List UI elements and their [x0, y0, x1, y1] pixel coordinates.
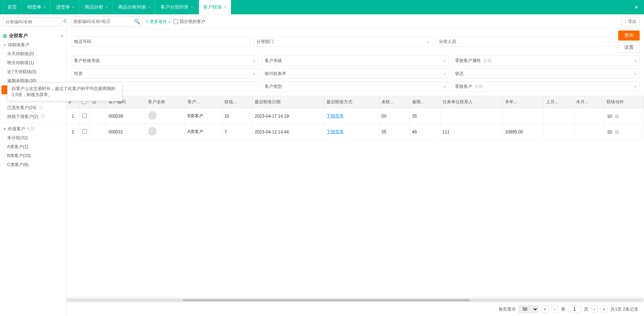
filter-nature[interactable]: 性质 ∨ [71, 69, 259, 79]
chevron-type-icon: ∨ [443, 85, 446, 89]
export-icon: ↑ [624, 19, 626, 24]
info-icon-lost: ⓘ [39, 105, 43, 110]
filter-price-level[interactable]: 客户价格等级 ∨ [71, 56, 259, 66]
close-goods-list-icon[interactable]: × [148, 5, 150, 9]
filter-more-btn[interactable]: ▽ 更多条件 ∧ [145, 19, 171, 25]
sidebar-all-customers-label: 全部客户 [9, 33, 28, 39]
sidebar-item-tomorrow[interactable]: 明天待联络(1) [0, 58, 66, 67]
my-customers-check[interactable] [173, 19, 178, 24]
query-button[interactable]: 查询 [618, 30, 640, 41]
chevron-level-icon: ∨ [443, 59, 446, 63]
filter-dept[interactable]: 分管部门 ∨ [253, 37, 433, 47]
filter-price-level-label: 客户价格等级 [74, 58, 251, 64]
filter-retail-attr[interactable]: 零散客户属性 全部 ∨ [452, 56, 640, 66]
nav-tab-purchase[interactable]: 进货单 × [52, 0, 79, 14]
filter-payment[interactable]: 收付款条件 ∨ [261, 69, 449, 79]
col-last-method: 最后联络方式 [324, 96, 379, 108]
sidebar-group2[interactable]: ▼ 价值客户 ✎ ☑ [0, 124, 66, 133]
filter-status[interactable]: 状态 ∨ [452, 69, 640, 79]
toolbar-search-icon[interactable]: 🔍 [134, 19, 140, 24]
sidebar-item-ungroup[interactable]: 未分组(32) [0, 133, 66, 142]
content-area: 🔍 ▽ 更多条件 ∧ 我分管的客户 ↑ 导出 电话号码 [66, 14, 644, 316]
nav-tab-customer-tier-label: 客户分层经营 [161, 4, 189, 10]
filter-customer-type[interactable]: 客户类型 ∨ [261, 81, 449, 91]
filter-person[interactable]: 分管人员 ··· [436, 37, 615, 47]
first-page-btn[interactable]: « [541, 306, 549, 313]
sidebar-item-c-class[interactable]: C类客户(6) [0, 160, 66, 169]
cell-overdue-0: 35 [409, 108, 440, 124]
filter-phone[interactable]: 电话号码 [71, 37, 250, 47]
sidebar-item-b-class[interactable]: B类客户(33) [0, 151, 66, 160]
close-customer-tier-icon[interactable]: × [191, 5, 193, 9]
window-close-button[interactable]: × [631, 4, 641, 11]
info-icon-declining: ⓘ [41, 114, 45, 119]
sidebar-item-a-class[interactable]: A类客户(1) [0, 142, 66, 151]
avatar-0 [148, 111, 157, 120]
nav-tab-customer-contact-label: 客户联络 [203, 4, 222, 10]
page-input[interactable] [568, 306, 581, 313]
nav-tab-customer-tier[interactable]: 客户分层经营 × [156, 0, 198, 14]
my-customers-checkbox[interactable]: 我分管的客户 [173, 19, 205, 25]
sidebar-group1[interactable]: ▼ 待联络客户 [0, 41, 66, 49]
cell-last-method-0[interactable]: 下销货单 [324, 108, 379, 124]
check-icon[interactable]: ☑ [31, 127, 34, 131]
filter-retail-customer[interactable]: 零散客户 全部 ∨ [452, 81, 640, 91]
chevron-up-icon: ∧ [168, 20, 171, 24]
triangle-icon: ▼ [3, 43, 6, 47]
sidebar-search-input[interactable] [3, 17, 62, 27]
cell-last-month-0 [543, 108, 574, 124]
nav-tab-purchase-label: 进货单 [56, 4, 70, 10]
page-unit: 页 [584, 306, 588, 312]
table-header-row: # ⚙ 客户编码 客户名称 客户... 联络... 最后联络日 [66, 96, 644, 108]
export-button[interactable]: ↑ 导出 [621, 17, 640, 27]
row-checkbox-1[interactable] [82, 129, 87, 134]
nav-tab-goods-list[interactable]: 商品分析列表 × [114, 0, 155, 14]
sidebar-search-row: 🔍 [0, 14, 66, 30]
sidebar-divider [0, 123, 66, 123]
nav-tab-sales[interactable]: 销货单 × [23, 0, 50, 14]
edit-icon[interactable]: ✎ [27, 127, 30, 131]
sidebar-item-today[interactable]: 今天待联络(0) [0, 49, 66, 58]
prev-page-btn[interactable]: ‹ [552, 306, 558, 313]
close-purchase-icon[interactable]: × [72, 5, 74, 9]
filter-more-label: 更多条件 [150, 19, 167, 25]
sidebar-search-icon[interactable]: 🔍 [63, 19, 66, 25]
nav-tab-home[interactable]: 首页 [3, 0, 22, 14]
nav-tab-goods-analysis-label: 商品分析 [85, 4, 103, 10]
sidebar-item-declining[interactable]: 持续下滑客户(2) ⓘ [0, 112, 66, 121]
close-sales-icon[interactable]: × [43, 5, 46, 9]
nav-tab-customer-contact[interactable]: 客户联络 × [199, 0, 231, 14]
last-method-link-0[interactable]: 下销货单 [326, 113, 344, 118]
tooltip-box: 距客户上次交易时长，超过了此客户的平均交易周期的1.5倍，则视为异常。 [7, 82, 66, 101]
last-method-link-1[interactable]: 下销货单 [326, 129, 344, 134]
more-action-icon-0[interactable]: ⊞ [615, 113, 619, 119]
cell-unit-contacts-0 [440, 108, 503, 124]
sidebar-item-7days[interactable]: 近7天待联络(0) [0, 67, 66, 76]
next-page-btn[interactable]: › [591, 306, 598, 313]
filter-customer-level[interactable]: 客户等级 ∨ [261, 56, 449, 66]
page-size-select[interactable]: 50 20 100 [519, 305, 538, 313]
cell-last-method-1[interactable]: 下销货单 [324, 124, 379, 140]
filter-person-label: 分管人员 [439, 39, 605, 45]
last-page-btn[interactable]: » [601, 306, 608, 313]
phone-action-icon-0[interactable]: ☎ [607, 113, 613, 119]
cell-uncontacted-0: 50 [379, 108, 410, 124]
settings-button[interactable]: 设置 [618, 42, 640, 53]
phone-action-icon-1[interactable]: ☎ [607, 129, 613, 135]
col-actions: 联络动作 [604, 96, 644, 108]
sidebar-item-tomorrow-label: 明天待联络(1) [7, 60, 34, 65]
horizontal-scrollbar[interactable] [66, 298, 644, 302]
sidebar-item-lost[interactable]: 已流失客户(24) ⓘ [0, 103, 66, 112]
col-this-year: 本年... [503, 96, 544, 108]
close-goods-analysis-icon[interactable]: × [106, 5, 108, 9]
sidebar-collapse-icon[interactable]: « [61, 33, 63, 38]
sidebar-all-customers-header: ⊞ 全部客户 « [0, 30, 66, 41]
nav-tab-goods-analysis[interactable]: 商品分析 × [80, 0, 112, 14]
row-checkbox-0[interactable] [82, 113, 87, 118]
nav-tab-sales-label: 销货单 [27, 4, 41, 10]
export-label: 导出 [628, 19, 636, 25]
filter-retail-customer-label: 零散客户 [455, 84, 472, 90]
close-customer-contact-icon[interactable]: × [224, 5, 226, 9]
more-action-icon-1[interactable]: ⊞ [615, 129, 619, 135]
toolbar-search-input[interactable] [73, 19, 134, 24]
